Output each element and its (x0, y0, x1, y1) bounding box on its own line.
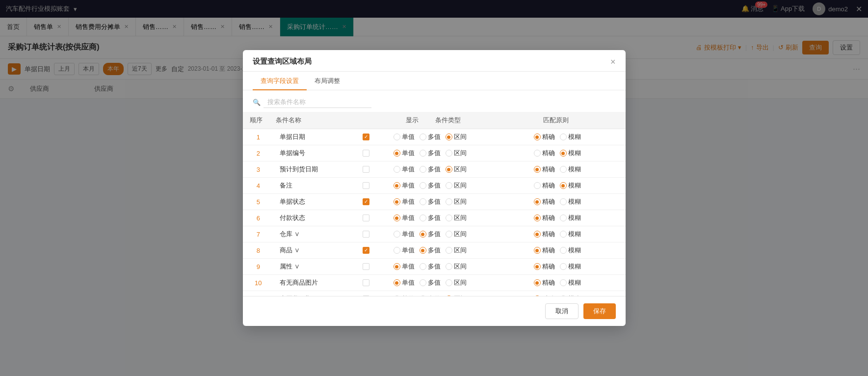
dialog-search-area: 🔍 (243, 90, 626, 99)
modal-overlay: 设置查询区域布局 × 查询字段设置 布局调整 🔍 顺序 条件名称 (0, 0, 868, 99)
dialog-title: 设置查询区域布局 (253, 57, 312, 66)
search-icon: 🔍 (253, 99, 261, 99)
tab-layout-adjust[interactable]: 布局调整 (307, 72, 348, 90)
tab-query-fields[interactable]: 查询字段设置 (253, 72, 307, 90)
dialog-close-button[interactable]: × (610, 57, 616, 66)
settings-dialog: 设置查询区域布局 × 查询字段设置 布局调整 🔍 顺序 条件名称 (243, 50, 626, 99)
dialog-header: 设置查询区域布局 × (243, 50, 626, 72)
dialog-tabs: 查询字段设置 布局调整 (243, 72, 626, 90)
search-input[interactable] (263, 96, 371, 99)
